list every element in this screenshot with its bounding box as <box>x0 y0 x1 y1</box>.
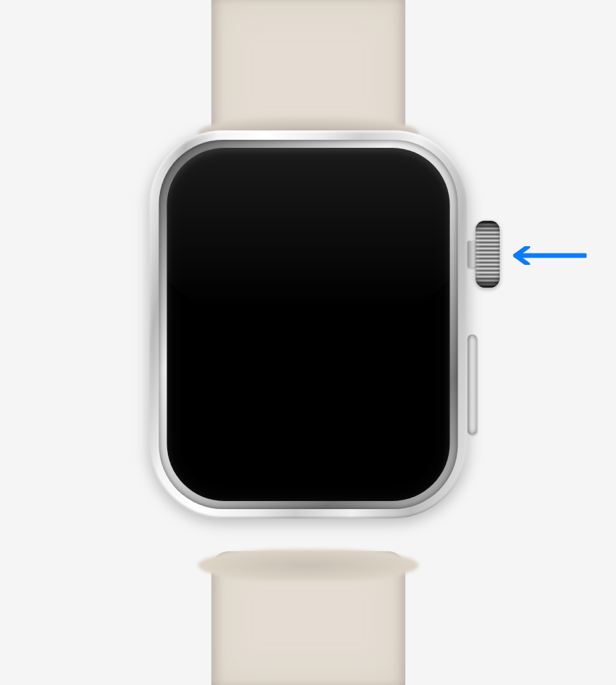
band-lug-bottom <box>198 549 419 581</box>
watch-case <box>149 130 467 518</box>
callout-arrow-icon <box>506 246 587 265</box>
watch-screen[interactable] <box>167 148 449 501</box>
digital-crown[interactable] <box>476 221 500 288</box>
side-button[interactable] <box>468 334 477 435</box>
arrow-head <box>516 247 528 264</box>
illustration-stage <box>0 0 616 685</box>
